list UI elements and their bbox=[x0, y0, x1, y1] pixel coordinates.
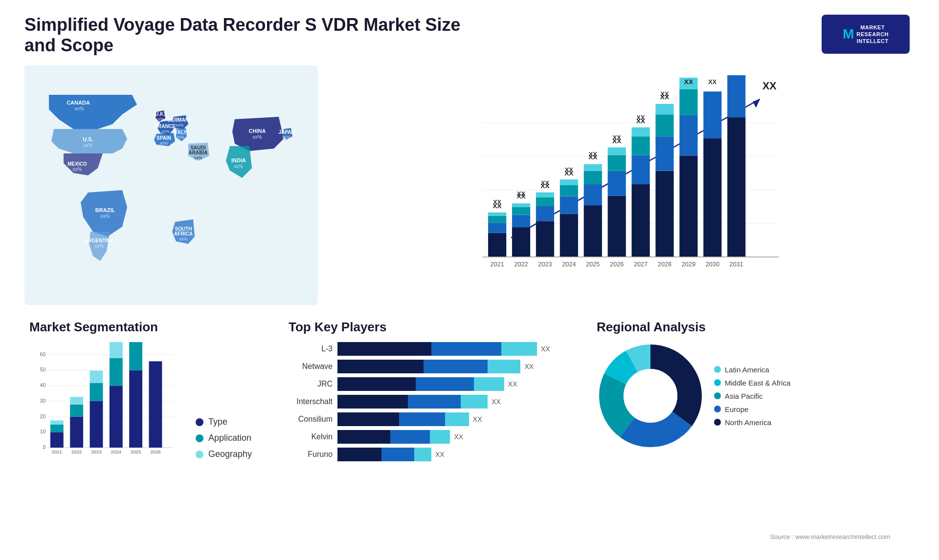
svg-text:xx%: xx% bbox=[194, 155, 202, 160]
svg-text:xx%: xx% bbox=[253, 134, 262, 140]
svg-text:XX: XX bbox=[492, 202, 502, 210]
svg-rect-65 bbox=[608, 196, 626, 257]
svg-text:XX: XX bbox=[708, 78, 716, 86]
svg-text:XX: XX bbox=[636, 117, 646, 125]
svg-rect-141 bbox=[110, 358, 123, 386]
regional-legend-europe: Europe bbox=[714, 405, 790, 413]
donut-container: Latin America Middle East & Africa Asia … bbox=[597, 342, 910, 450]
player-row-jrc: JRC XX bbox=[289, 377, 572, 391]
svg-rect-144 bbox=[129, 370, 142, 448]
svg-text:XX: XX bbox=[588, 153, 598, 161]
svg-rect-128 bbox=[50, 432, 64, 448]
player-bar-consilium: XX bbox=[337, 412, 572, 426]
svg-rect-72 bbox=[632, 136, 650, 155]
svg-text:XX: XX bbox=[540, 182, 550, 190]
player-bar-kelvin: XX bbox=[337, 430, 572, 444]
segmentation-title: Market Segmentation bbox=[29, 320, 264, 335]
svg-rect-45 bbox=[512, 227, 530, 257]
svg-rect-62 bbox=[584, 171, 602, 184]
svg-text:xx%: xx% bbox=[282, 135, 291, 140]
svg-text:2021: 2021 bbox=[52, 449, 62, 454]
svg-text:CHINA: CHINA bbox=[249, 128, 266, 134]
svg-rect-52 bbox=[536, 197, 554, 206]
svg-rect-73 bbox=[632, 128, 650, 137]
player-bar-l3: XX bbox=[337, 342, 572, 356]
svg-rect-140 bbox=[110, 386, 123, 448]
svg-rect-51 bbox=[536, 206, 554, 221]
svg-text:60: 60 bbox=[40, 351, 46, 357]
dot-asia-pacific bbox=[714, 392, 721, 399]
player-name-consilium: Consilium bbox=[289, 415, 333, 424]
svg-rect-66 bbox=[608, 171, 626, 196]
svg-text:50: 50 bbox=[40, 366, 46, 372]
player-name-interschalt: Interschalt bbox=[289, 397, 333, 406]
svg-rect-136 bbox=[90, 401, 103, 448]
svg-text:10: 10 bbox=[40, 429, 46, 434]
svg-rect-55 bbox=[560, 214, 578, 257]
svg-rect-68 bbox=[608, 148, 626, 155]
svg-rect-48 bbox=[512, 203, 530, 207]
regional-legend-asia-pacific: Asia Pacific bbox=[714, 392, 790, 400]
svg-rect-63 bbox=[584, 164, 602, 171]
svg-rect-57 bbox=[560, 185, 578, 196]
svg-text:xx%: xx% bbox=[73, 167, 82, 172]
svg-text:2024: 2024 bbox=[111, 449, 122, 454]
segmentation-section: Market Segmentation 0 10 20 30 40 50 60 bbox=[24, 315, 269, 536]
svg-rect-82 bbox=[679, 89, 697, 115]
svg-text:2023: 2023 bbox=[91, 449, 101, 454]
player-xx-furuno: XX bbox=[435, 451, 445, 458]
logo-line2: RESEARCH bbox=[856, 31, 889, 38]
svg-text:xx%: xx% bbox=[156, 117, 164, 122]
player-row-kelvin: Kelvin XX bbox=[289, 430, 572, 444]
logo-area: M MARKET RESEARCH INTELLECT bbox=[817, 15, 915, 54]
svg-rect-137 bbox=[90, 383, 103, 401]
player-row-furuno: Furuno XX bbox=[289, 448, 572, 461]
player-row-l3: L-3 XX bbox=[289, 342, 572, 356]
map-section: CANADA xx% U.S. xx% MEXICO xx% BRAZIL xx… bbox=[24, 65, 318, 305]
bottom-section: Market Segmentation 0 10 20 30 40 50 60 bbox=[24, 315, 915, 536]
svg-text:xx%: xx% bbox=[95, 243, 104, 249]
svg-text:XX: XX bbox=[762, 80, 777, 92]
svg-rect-142 bbox=[110, 342, 123, 358]
header: Simplified Voyage Data Recorder S VDR Ma… bbox=[24, 15, 915, 56]
svg-text:2031: 2031 bbox=[730, 260, 743, 268]
svg-text:xx%: xx% bbox=[179, 237, 187, 241]
svg-rect-147 bbox=[149, 361, 162, 448]
svg-text:2026: 2026 bbox=[150, 449, 160, 454]
legend-dot-type bbox=[196, 418, 203, 426]
svg-text:2022: 2022 bbox=[514, 260, 528, 268]
player-bar-jrc: XX bbox=[337, 377, 572, 391]
svg-rect-43 bbox=[488, 213, 506, 216]
player-xx-jrc: XX bbox=[508, 380, 517, 388]
segmentation-chart: 0 10 20 30 40 50 60 bbox=[29, 342, 264, 459]
player-bar-interschalt: XX bbox=[337, 395, 572, 409]
svg-text:2021: 2021 bbox=[490, 260, 504, 268]
svg-text:FRANCE: FRANCE bbox=[155, 124, 176, 129]
svg-rect-130 bbox=[50, 420, 64, 425]
svg-text:2028: 2028 bbox=[658, 260, 671, 268]
logo-line1: MARKET bbox=[856, 24, 889, 31]
regional-legend-middle-east-africa: Middle East & Africa bbox=[714, 379, 790, 387]
svg-text:ARGENTINA: ARGENTINA bbox=[85, 238, 113, 243]
svg-text:40: 40 bbox=[40, 382, 46, 388]
svg-rect-60 bbox=[584, 205, 602, 257]
svg-rect-78 bbox=[655, 104, 673, 115]
regional-legend-north-america: North America bbox=[714, 418, 790, 427]
players-section: Top Key Players L-3 XX bbox=[284, 315, 577, 536]
seg-legend: Type Application Geography bbox=[196, 417, 252, 459]
svg-rect-75 bbox=[655, 171, 673, 257]
dot-europe bbox=[714, 406, 721, 412]
source-text: Source : www.marketresearchintellect.com bbox=[0, 533, 890, 540]
svg-text:2025: 2025 bbox=[131, 449, 141, 454]
svg-text:CANADA: CANADA bbox=[67, 100, 90, 106]
player-bar-furuno: XX bbox=[337, 448, 572, 461]
svg-rect-85 bbox=[703, 138, 721, 257]
svg-text:XX: XX bbox=[516, 193, 526, 200]
legend-application: Application bbox=[196, 433, 252, 443]
svg-text:0: 0 bbox=[43, 444, 45, 450]
dot-latin-america bbox=[714, 366, 721, 373]
donut-chart bbox=[597, 342, 704, 450]
logo-line3: INTELLECT bbox=[856, 38, 889, 44]
svg-rect-53 bbox=[536, 193, 554, 197]
svg-text:AFRICA: AFRICA bbox=[174, 231, 193, 237]
